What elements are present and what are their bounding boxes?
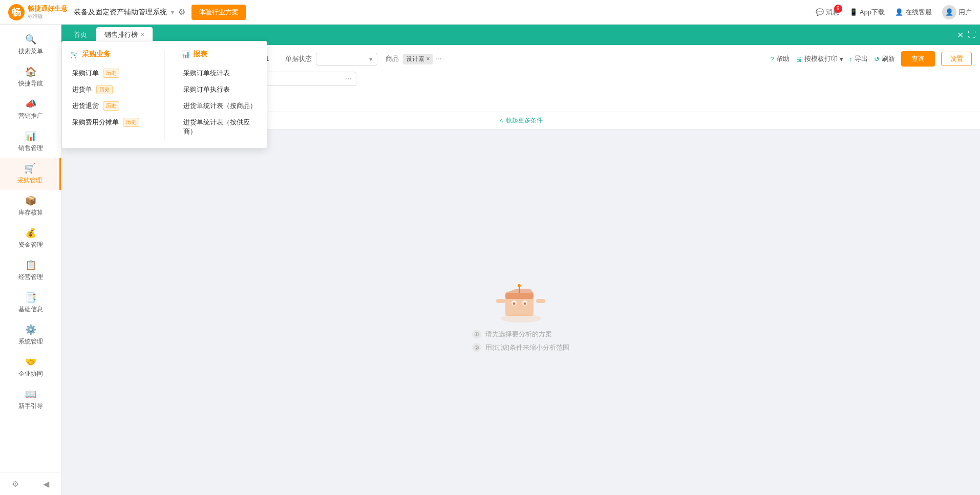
message-icon: 💬 [816,8,824,16]
settings-bottom-icon[interactable]: ⚙ [12,479,19,489]
menu-item-incoming[interactable]: 进货单 历史 [70,81,148,98]
svg-rect-2 [505,293,534,299]
app-download-btn[interactable]: 📱 App下载 [849,8,885,17]
sidebar-item-collab[interactable]: 🤝 企业协同 [0,351,61,383]
refresh-label: 刷新 [882,54,895,63]
sidebar-bottom: ⚙ ◀ [0,472,61,495]
tab-right-controls: ✕ ⛶ [957,30,976,40]
expense-label: 采购费用分摊单 [72,118,119,127]
purchase-icon: 🛒 [24,163,35,174]
tab-close-icon[interactable]: × [141,31,144,38]
purchase-order-stat-label: 采购订单统计表 [183,69,230,78]
operation-icon: 📋 [25,260,36,271]
tab-home[interactable]: 首页 [66,27,95,42]
goods-tag-text: 设计素 × [406,55,430,63]
app-label: App下载 [860,8,885,17]
user-avatar: 👤 [942,5,956,19]
refresh-icon: ↺ [874,55,880,63]
sidebar-item-label: 快捷导航 [18,79,43,88]
sidebar-item-marketing[interactable]: 📣 营销推广 [0,93,61,125]
purchase-order-exec-label: 采购订单执行表 [183,85,230,94]
sidebar-item-base[interactable]: 📑 基础信息 [0,287,61,319]
sidebar-item-quicknav[interactable]: 🏠 快捷导航 [0,61,61,93]
logo-area: 畅 畅捷通好生意 标准版 [8,4,70,20]
history-tag-1: 历史 [103,69,119,78]
sidebar-item-guide[interactable]: 📖 新手引导 [0,383,61,416]
goods-label: 商品 [386,54,399,63]
incoming-stat-goods-label: 进货单统计表（按商品） [183,101,257,111]
print-arrow[interactable]: ▾ [840,55,843,63]
main-layout: 🔍 搜索菜单 🏠 快捷导航 📣 营销推广 📊 销售管理 🛒 采购管理 📦 库存核… [0,25,980,495]
goods-more-btn[interactable]: ··· [435,54,441,63]
top-header: 畅 畅捷通好生意 标准版 装备及固定资产辅助管理系统 ▾ ⚙ 体验行业方案 💬 … [0,0,980,25]
sales-icon: 📊 [25,131,36,142]
system-title-text: 装备及固定资产辅助管理系统 [74,8,167,17]
purchase-section-title: 🛒 采购业务 [70,50,148,59]
empty-illustration [490,272,551,324]
voucher-status-select[interactable]: ▾ [316,53,377,66]
svg-rect-11 [536,299,545,303]
tab-sales-rank[interactable]: 销售排行榜 × [96,27,153,42]
online-service-btn[interactable]: 👤 在线客服 [895,8,932,17]
help-icon: ? [770,55,774,63]
industry-btn[interactable]: 体验行业方案 [191,5,246,20]
sidebar-item-label: 采购管理 [17,176,42,185]
menu-item-incoming-stat-supplier[interactable]: 进货单统计表（按供应商） [181,114,259,140]
system-title: 装备及固定资产辅助管理系统 ▾ [74,8,174,17]
sidebar-item-search[interactable]: 🔍 搜索菜单 [0,29,61,61]
system-icon: ⚙️ [25,324,36,335]
menu-item-incoming-stat-goods[interactable]: 进货单统计表（按商品） [181,98,259,114]
voucher-status-label: 单据状态 [285,54,312,63]
sidebar-item-sales[interactable]: 📊 销售管理 [0,125,61,158]
sidebar-item-label: 营销推广 [18,112,43,120]
export-label: 导出 [855,54,868,63]
incoming-stat-supplier-label: 进货单统计表（按供应商） [183,118,257,136]
base-icon: 📑 [25,292,36,303]
empty-text-list: ① 请先选择要分析的方案 ② 用[过滤]条件来缩小分析范围 [472,330,569,352]
print-btn[interactable]: 🖨 按模板打印 ▾ [796,54,843,63]
export-icon: ↑ [849,55,853,63]
edition-label: 标准版 [28,13,68,19]
incoming-label: 进货单 [72,85,92,94]
collab-icon: 🤝 [25,356,36,368]
collapse-sidebar-icon[interactable]: ◀ [43,479,49,489]
sidebar-item-label: 库存核算 [18,208,43,217]
sidebar-item-label: 搜索菜单 [18,47,43,56]
help-label: 帮助 [776,54,790,63]
sidebar-item-operation[interactable]: 📋 经营管理 [0,254,61,287]
query-btn[interactable]: 查询 [901,51,935,67]
export-btn[interactable]: ↑ 导出 [849,54,868,63]
refresh-btn[interactable]: ↺ 刷新 [874,54,895,63]
set-btn[interactable]: 设置 [941,52,972,66]
tab-maximize-icon[interactable]: ⛶ [968,30,976,39]
message-btn[interactable]: 💬 消息 9 [816,8,839,17]
search-icon: 🔍 [25,34,36,45]
phone-icon: 📱 [849,8,858,16]
menu-item-purchase-order-stat[interactable]: 采购订单统计表 [181,65,259,81]
salesperson-select[interactable]: ··· [254,72,356,86]
user-menu-btn[interactable]: 👤 用户 [942,5,972,19]
purchase-order-label: 采购订单 [72,69,99,78]
purchase-section-icon: 🛒 [70,50,79,58]
menu-item-purchase-order-exec[interactable]: 采购订单执行表 [181,81,259,98]
sidebar-item-purchase[interactable]: 🛒 采购管理 [0,158,61,190]
salesperson-more[interactable]: ··· [345,74,352,83]
gear-icon[interactable]: ⚙ [178,7,185,17]
history-tag-3: 历史 [103,101,119,111]
sidebar-item-system[interactable]: ⚙️ 系统管理 [0,319,61,351]
sidebar-item-label: 资金管理 [18,241,43,249]
print-label: 按模板打印 [804,54,838,63]
system-title-arrow[interactable]: ▾ [171,9,174,16]
empty-hint-2: ② 用[过滤]条件来缩小分析范围 [472,343,569,352]
help-btn[interactable]: ? 帮助 [770,54,789,63]
svg-point-7 [524,303,526,305]
menu-item-expense[interactable]: 采购费用分摊单 历史 [70,114,148,131]
tab-close-window-icon[interactable]: ✕ [957,30,964,40]
sidebar-item-finance[interactable]: 💰 资金管理 [0,222,61,254]
menu-item-purchase-order[interactable]: 采购订单 历史 [70,65,148,81]
purchase-section-label: 采购业务 [82,50,111,59]
menu-item-return[interactable]: 进货退货 历史 [70,98,148,114]
goods-tag-badge[interactable]: 设计素 × [403,54,433,64]
sidebar-item-inventory[interactable]: 📦 库存核算 [0,190,61,222]
voucher-status-arrow: ▾ [369,55,373,63]
